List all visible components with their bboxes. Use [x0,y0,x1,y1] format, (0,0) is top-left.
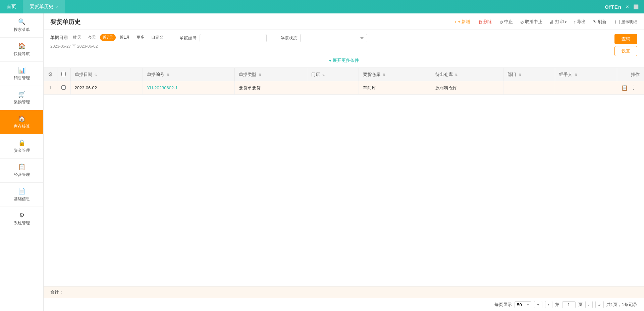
col-store: 门店 ⇅ [307,68,359,81]
query-button[interactable]: 查询 [614,34,637,44]
action-icons: 📋 ⋮ [621,85,640,91]
col-pending-warehouse-label: 待出仓库 [435,72,453,77]
select-all-checkbox[interactable] [61,72,66,76]
custom-btn[interactable]: 自定义 [149,34,166,41]
row-pending-warehouse: 原材料仓库 [431,81,503,95]
settings-button[interactable]: 设置 [614,46,637,56]
edit-icon[interactable]: 📋 [621,85,628,91]
col-settings[interactable]: ⚙ [44,68,57,81]
col-doc-date-label: 单据日期 [75,72,92,77]
main-layout: 🔍 搜索菜单 🏠 快捷导航 📊 销售管理 🛒 采购管理 🏠 库存核算 🔒 资金管… [0,13,644,311]
show-detail-checkbox[interactable]: 显示明细 [615,19,637,25]
doc-status-select[interactable] [300,34,367,42]
last7days-btn[interactable]: 近7天 [100,34,116,41]
doc-no-link[interactable]: YH-20230602-1 [147,85,178,90]
sort-pending-warehouse-icon[interactable]: ⇅ [455,73,458,77]
system-icon: ⚙ [19,212,24,219]
filter-area: 单据日期 昨天 今天 近7天 近1月 更多 自定义 2023-05-27 至 2… [44,30,644,68]
top-bar-right: OfTEn ✕ ⬜ [605,4,644,10]
sort-doc-date-icon[interactable]: ⇅ [94,73,97,77]
page-size-label: 每页显示 [494,302,512,308]
row-doc-date: 2023-06-02 [70,81,143,95]
export-icon: ↑ [574,19,576,25]
sidebar-item-sales[interactable]: 📊 销售管理 [0,62,43,86]
col-doc-no-label: 单据编号 [147,72,164,77]
row-store [307,81,359,95]
col-req-warehouse-label: 要货仓库 [363,72,380,77]
total-info: 共1页，1条记录 [606,302,637,308]
sidebar-item-purchase[interactable]: 🛒 采购管理 [0,86,43,110]
docstatus-filter-row: 单据状态 [280,34,367,42]
last1month-btn[interactable]: 近1月 [117,34,133,41]
sidebar-item-purchase-label: 采购管理 [14,99,30,105]
sort-doc-no-icon[interactable]: ⇅ [167,73,169,77]
table-container: ⚙ 单据日期 ⇅ 单据编号 ⇅ 单据类型 [44,68,644,286]
sidebar-item-inventory[interactable]: 🏠 库存核算 [0,110,43,134]
row-req-warehouse: 车间库 [359,81,431,95]
sales-icon: 📊 [18,66,25,74]
show-detail-label: 显示明细 [621,19,637,25]
sidebar-item-system[interactable]: ⚙ 系统管理 [0,207,43,231]
sidebar-item-quicknav[interactable]: 🏠 快捷导航 [0,38,43,62]
sort-store-icon[interactable]: ⇅ [322,73,325,77]
prev-page-btn[interactable]: ‹ [545,301,552,308]
stop-button[interactable]: ⊘ 中止 [497,17,515,26]
new-icon: + [454,19,457,25]
sort-department-icon[interactable]: ⇅ [519,73,521,77]
sort-handler-icon[interactable]: ⇅ [575,73,577,77]
cancel-stop-label: 取消中止 [525,19,542,25]
doc-date-label: 单据日期 [50,35,68,41]
more-btn[interactable]: 更多 [134,34,147,41]
export-button[interactable]: ↑ 导出 [572,17,588,26]
first-page-btn[interactable]: « [534,301,542,308]
filter-actions: 查询 设置 [614,34,637,56]
close-window-icon[interactable]: ✕ [626,4,629,9]
table-footer: 合计： [44,286,644,298]
row-actions: 📋 ⋮ [617,81,644,95]
pagination: 每页显示 10 20 50 100 « ‹ 第 页 › » 共1页，1条记录 [44,298,644,311]
next-page-btn[interactable]: › [585,301,593,308]
sidebar-item-operation[interactable]: 📋 经营管理 [0,159,43,183]
export-label: 导出 [577,19,586,25]
doc-status-label: 单据状态 [280,35,298,41]
row-num: 1 [44,81,57,95]
col-doc-no: 单据编号 ⇅ [143,68,235,81]
col-checkbox [57,68,70,81]
page-go-label: 第 [555,302,559,308]
tab-home[interactable]: 首页 [0,0,23,13]
docno-filter-group: 单据编号 [179,34,267,42]
detail-icon[interactable]: ⋮ [631,85,636,91]
cancel-stop-button[interactable]: ⊘ 取消中止 [518,17,544,26]
sidebar-item-basic[interactable]: 📄 基础信息 [0,183,43,207]
refresh-button[interactable]: ↻ 刷新 [591,17,608,26]
sort-req-warehouse-icon[interactable]: ⇅ [383,73,385,77]
row-checkbox [57,81,70,95]
sidebar-item-finance[interactable]: 🔒 资金管理 [0,134,43,159]
print-button[interactable]: 🖨 打印 ▾ [548,17,569,26]
page-input[interactable] [562,301,576,308]
sidebar-item-search[interactable]: 🔍 搜索菜单 [0,13,43,38]
yesterday-btn[interactable]: 昨天 [70,34,84,41]
print-label: 打印 [555,19,564,25]
doc-no-input[interactable] [200,34,267,42]
print-dropdown-icon: ▾ [565,20,567,24]
tab-close-icon[interactable]: × [56,4,58,9]
last-page-btn[interactable]: » [595,301,604,308]
tab-purchase-history-label: 要货单历史 [30,4,53,10]
show-detail-input[interactable] [615,20,620,24]
new-button[interactable]: + + 新增 [452,17,473,26]
content-area: 要货单历史 + + 新增 🗑 删除 ⊘ 中止 ⊘ 取消中止 [44,13,644,311]
row-department [503,81,555,95]
delete-label: 删除 [483,19,492,25]
page-size-select[interactable]: 10 20 50 100 [515,301,531,308]
today-btn[interactable]: 今天 [85,34,99,41]
date-range-display: 2023-05-27 至 2023-06-02 [50,44,166,49]
tab-purchase-history[interactable]: 要货单历史 × [23,0,65,13]
maximize-window-icon[interactable]: ⬜ [633,4,639,9]
doc-no-label: 单据编号 [179,35,197,41]
delete-button[interactable]: 🗑 删除 [476,17,494,26]
expand-more-btn[interactable]: ▾ 展开更多条件 [50,57,637,63]
sort-doc-type-icon[interactable]: ⇅ [259,73,261,77]
basic-icon: 📄 [18,187,25,195]
row-select-checkbox[interactable] [61,85,66,90]
